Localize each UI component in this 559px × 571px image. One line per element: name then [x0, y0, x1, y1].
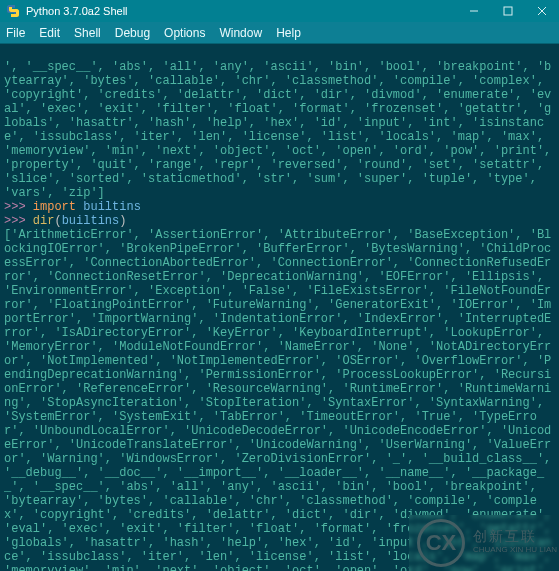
menu-window[interactable]: Window — [219, 26, 262, 40]
menu-file[interactable]: File — [6, 26, 25, 40]
output-block-1: ', '__spec__', 'abs', 'all', 'any', 'asc… — [4, 60, 559, 200]
fn-dir: dir — [33, 214, 55, 228]
watermark: CX 创新互联 CHUANG XIN HU LIAN — [409, 515, 559, 571]
python-icon — [6, 4, 20, 18]
watermark-en: CHUANG XIN HU LIAN — [473, 543, 557, 557]
module-name-2: builtins — [62, 214, 120, 228]
window-title: Python 3.7.0a2 Shell — [26, 5, 128, 17]
minimize-button[interactable] — [457, 0, 491, 22]
watermark-cn: 创新互联 — [473, 529, 557, 543]
menu-edit[interactable]: Edit — [39, 26, 60, 40]
svg-rect-1 — [504, 7, 512, 15]
close-paren: ) — [119, 214, 126, 228]
close-button[interactable] — [525, 0, 559, 22]
keyword-import: import — [33, 200, 76, 214]
menu-options[interactable]: Options — [164, 26, 205, 40]
menu-help[interactable]: Help — [276, 26, 301, 40]
shell-editor[interactable]: ', '__spec__', 'abs', 'all', 'any', 'asc… — [0, 44, 559, 571]
prompt-2: >>> — [4, 214, 26, 228]
open-paren: ( — [54, 214, 61, 228]
module-name-1: builtins — [83, 200, 141, 214]
maximize-button[interactable] — [491, 0, 525, 22]
menu-bar: File Edit Shell Debug Options Window Hel… — [0, 22, 559, 44]
window-titlebar: Python 3.7.0a2 Shell — [0, 0, 559, 22]
menu-debug[interactable]: Debug — [115, 26, 150, 40]
menu-shell[interactable]: Shell — [74, 26, 101, 40]
prompt-1: >>> — [4, 200, 26, 214]
watermark-logo-icon: CX — [417, 519, 465, 567]
